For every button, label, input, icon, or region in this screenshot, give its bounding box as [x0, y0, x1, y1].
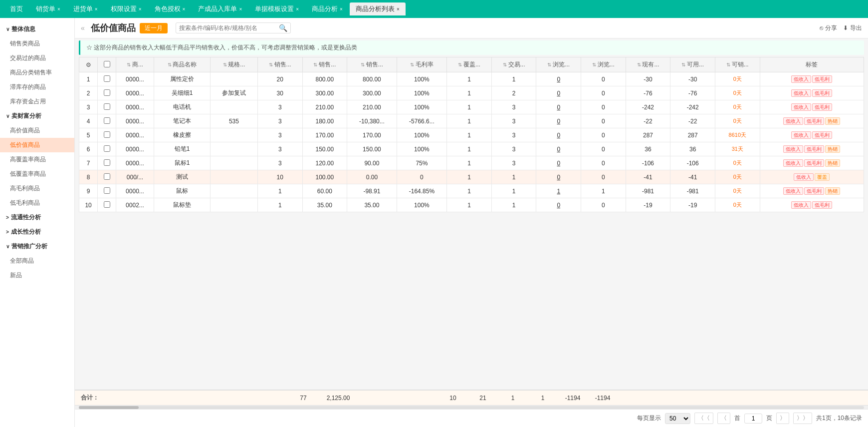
cell-view1[interactable]: 0 — [536, 72, 581, 86]
cell-view1[interactable]: 1 — [536, 184, 581, 198]
sidebar-section-流通性分析[interactable]: >流通性分析 — [0, 210, 74, 225]
th-coverage[interactable]: 覆盖... — [447, 57, 492, 72]
row-checkbox[interactable] — [104, 131, 110, 138]
row-checkbox[interactable] — [104, 159, 110, 166]
nav-item-销货单[interactable]: 销货单× — [30, 2, 66, 15]
collapse-button[interactable]: « — [81, 24, 85, 32]
nav-item-商品分析列表[interactable]: 商品分析列表× — [350, 2, 406, 15]
th-code[interactable]: 商... — [116, 57, 154, 72]
cell-view1[interactable]: 0 — [536, 114, 581, 128]
cell-checkbox[interactable] — [98, 114, 116, 128]
close-icon[interactable]: × — [397, 6, 400, 12]
nav-item-商品分析[interactable]: 商品分析× — [306, 2, 349, 15]
sidebar-section-成长性分析[interactable]: >成长性分析 — [0, 225, 74, 239]
close-icon[interactable]: × — [296, 6, 299, 12]
cell-view1[interactable]: 0 — [536, 198, 581, 212]
sidebar-item-低毛利商品[interactable]: 低毛利商品 — [0, 196, 74, 210]
row-checkbox[interactable] — [104, 173, 110, 180]
th-s1[interactable]: 销售... — [257, 57, 302, 72]
cell-checkbox[interactable] — [98, 86, 116, 100]
sidebar-item-交易过的商品[interactable]: 交易过的商品 — [0, 51, 74, 65]
filter-button[interactable]: 近一月 — [140, 23, 168, 33]
prev-page-button[interactable]: 〈 — [717, 413, 730, 424]
search-input[interactable] — [179, 24, 279, 31]
sidebar-item-库存资金占用[interactable]: 库存资金占用 — [0, 94, 74, 109]
sidebar-section-整体信息[interactable]: ∨整体信息 — [0, 22, 74, 36]
th-check[interactable] — [98, 57, 116, 72]
sidebar-item-新品[interactable]: 新品 — [0, 268, 74, 283]
cell-checkbox[interactable] — [98, 156, 116, 170]
cell-s3: 0.00 — [347, 170, 397, 184]
cell-checkbox[interactable] — [98, 142, 116, 156]
close-icon[interactable]: × — [239, 6, 242, 12]
cell-checkbox[interactable] — [98, 170, 116, 184]
table-container[interactable]: ⚙ 商... 商品名称 规格... 销售... 销售... 销售... 毛利率 … — [75, 57, 868, 390]
th-stock[interactable]: 现有... — [626, 57, 670, 72]
search-icon[interactable]: 🔍 — [279, 24, 287, 32]
th-view1[interactable]: 浏览... — [536, 57, 581, 72]
cell-checkbox[interactable] — [98, 198, 116, 212]
close-icon[interactable]: × — [57, 6, 60, 12]
select-all-checkbox[interactable] — [104, 61, 110, 67]
scrollbar-thumb[interactable] — [79, 406, 139, 409]
cell-view1[interactable]: 0 — [536, 170, 581, 184]
sidebar-item-商品分类销售率[interactable]: 商品分类销售率 — [0, 65, 74, 80]
row-checkbox[interactable] — [104, 75, 110, 82]
sidebar-section-卖财富分析[interactable]: ∨卖财富分析 — [0, 109, 74, 123]
sidebar-section-营销推广分析[interactable]: ∨营销推广分析 — [0, 239, 74, 254]
sidebar-item-高毛利商品[interactable]: 高毛利商品 — [0, 181, 74, 196]
nav-item-角色授权[interactable]: 角色授权× — [149, 2, 192, 15]
next-page-button[interactable]: 〉 — [776, 413, 789, 424]
row-checkbox[interactable] — [104, 145, 110, 152]
export-button[interactable]: ⬇ 导出 — [843, 24, 862, 32]
scrollbar-track[interactable] — [79, 406, 864, 409]
sidebar-item-销售类商品[interactable]: 销售类商品 — [0, 36, 74, 51]
th-sellable[interactable]: 可销... — [715, 57, 760, 72]
nav-item-首页[interactable]: 首页 — [4, 2, 29, 15]
sidebar-item-低价值商品[interactable]: 低价值商品 — [0, 138, 74, 152]
th-s2[interactable]: 销售... — [302, 57, 347, 72]
share-button[interactable]: ⎋ 分享 — [820, 24, 837, 32]
th-s3[interactable]: 销售... — [347, 57, 397, 72]
th-available[interactable]: 可用... — [670, 57, 715, 72]
cell-view1[interactable]: 0 — [536, 142, 581, 156]
sidebar-item-低覆盖率商品[interactable]: 低覆盖率商品 — [0, 167, 74, 181]
th-gear[interactable]: ⚙ — [79, 57, 98, 72]
row-checkbox[interactable] — [104, 103, 110, 110]
close-icon[interactable]: × — [340, 6, 343, 12]
cell-checkbox[interactable] — [98, 184, 116, 198]
cell-checkbox[interactable] — [98, 128, 116, 142]
row-checkbox[interactable] — [104, 89, 110, 96]
th-margin[interactable]: 毛利率 — [397, 57, 447, 72]
row-checkbox[interactable] — [104, 187, 110, 194]
row-checkbox[interactable] — [104, 201, 110, 208]
page-size-select[interactable]: 50 100 200 — [665, 413, 690, 424]
sidebar-item-高覆盖率商品[interactable]: 高覆盖率商品 — [0, 152, 74, 167]
sidebar-item-高价值商品[interactable]: 高价值商品 — [0, 123, 74, 138]
cell-view1[interactable]: 0 — [536, 156, 581, 170]
cell-view2: 0 — [581, 170, 626, 184]
th-trade[interactable]: 交易... — [491, 57, 536, 72]
close-icon[interactable]: × — [95, 6, 98, 12]
th-view2[interactable]: 浏览... — [581, 57, 626, 72]
nav-item-产成品入库单[interactable]: 产成品入库单× — [192, 2, 248, 15]
cell-view1[interactable]: 0 — [536, 86, 581, 100]
nav-item-权限设置[interactable]: 权限设置× — [105, 2, 148, 15]
close-icon[interactable]: × — [139, 6, 142, 12]
page-input[interactable] — [744, 414, 762, 424]
th-spec[interactable]: 规格... — [210, 57, 257, 72]
sidebar-item-滞库存的商品[interactable]: 滞库存的商品 — [0, 80, 74, 94]
cell-view1[interactable]: 0 — [536, 128, 581, 142]
first-page-button[interactable]: 〈〈 — [694, 413, 713, 424]
nav-item-进货单[interactable]: 进货单× — [67, 2, 104, 15]
th-name[interactable]: 商品名称 — [154, 57, 211, 72]
close-icon[interactable]: × — [183, 6, 186, 12]
sidebar-item-全部商品[interactable]: 全部商品 — [0, 254, 74, 268]
nav-item-单据模板设置[interactable]: 单据模板设置× — [249, 2, 305, 15]
scrollbar-area[interactable] — [75, 405, 868, 409]
cell-view1[interactable]: 0 — [536, 100, 581, 114]
cell-checkbox[interactable] — [98, 72, 116, 86]
last-page-button[interactable]: 〉〉 — [793, 413, 812, 424]
cell-checkbox[interactable] — [98, 100, 116, 114]
row-checkbox[interactable] — [104, 117, 110, 124]
